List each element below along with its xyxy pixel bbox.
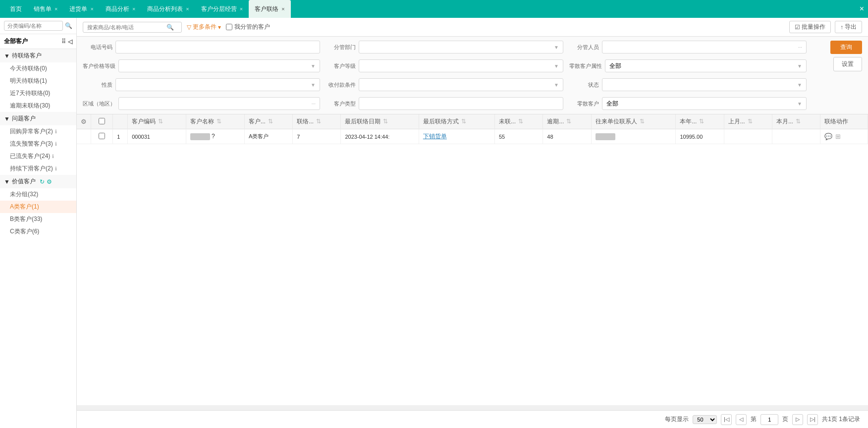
sidebar-item-week[interactable]: 近7天待联络(0) [0,87,76,100]
payment-label: 收付款条件 [326,81,356,89]
region-input[interactable]: ··· [118,97,320,110]
nav-tab-purchase[interactable]: 进货单 × [63,0,99,18]
last-page-button[interactable]: ▷| [807,414,818,425]
th-code[interactable]: 客户编码 ⇅ [128,114,186,129]
batch-op-button[interactable]: ☑ 批量操作 [789,21,831,33]
th-name[interactable]: 客户名称 ⇅ [186,114,245,129]
filter-action-col: 查询 设置 [813,41,862,71]
dept-select[interactable]: ▼ [359,41,563,54]
retail-attr-select[interactable]: 全部 ▼ [605,59,807,72]
sidebar-section-pending[interactable]: ▼ 待联络客户 [0,49,76,62]
customer-grade-select[interactable]: ▼ [359,59,563,72]
per-page-select[interactable]: 50 10 20 100 [693,415,717,424]
customer-table: ⚙ 客户编码 ⇅ 客户名称 ⇅ [77,114,868,144]
region-label: 区域（地区） [83,100,115,107]
status-select[interactable]: ▼ [602,78,807,91]
th-this-month[interactable]: 本月... ⇅ [772,114,820,129]
td-checkbox[interactable] [91,129,113,144]
nav-tab-product-analysis[interactable]: 商品分析 × [100,0,141,18]
sidebar-item-tomorrow[interactable]: 明天待联络(1) [0,75,76,87]
table-area: ⚙ 客户编码 ⇅ 客户名称 ⇅ [77,114,868,405]
th-category[interactable]: 客户... ⇅ [244,114,292,129]
nav-tab-home[interactable]: 首页 [4,0,28,18]
pagination: 每页显示 50 10 20 100 |◁ ◁ 第 页 ▷ ▷| 共1页 1条记录 [77,410,868,428]
problem-section-label: 问题客户 [12,114,36,123]
value-settings-icon[interactable]: ⚙ [47,178,52,185]
nav-tab-sales[interactable]: 销售单 × [28,0,63,18]
chat-action-icon[interactable]: 💬 [824,133,832,140]
th-last-method[interactable]: 最后联络方式 ⇅ [419,114,494,129]
table-checkbox-header[interactable] [91,114,113,129]
sidebar-item-unclassified[interactable]: 未分组(32) [0,188,76,201]
next-page-button[interactable]: ▷ [792,414,803,425]
my-customers-checkbox-label[interactable]: 我分管的客户 [226,23,270,31]
sidebar-item-declining[interactable]: 持续下滑客户(2) ℹ [0,162,76,175]
sidebar-item-c-class[interactable]: C类客户(6) [0,225,76,238]
close-product-list-tab[interactable]: × [186,6,189,12]
first-page-button[interactable]: |◁ [721,414,732,425]
sidebar-item-lost-risk[interactable]: 流失预警客户(3) ℹ [0,138,76,150]
table-gear-header[interactable]: ⚙ [77,114,91,129]
export-button[interactable]: ↑ 导出 [835,21,862,33]
th-contact[interactable]: 联络... ⇅ [293,114,341,129]
my-customers-checkbox[interactable] [226,24,232,30]
sidebar-item-repeat[interactable]: 回购异常客户(2) ℹ [0,125,76,138]
sidebar-search-input[interactable] [4,21,63,31]
close-customer-segment-tab[interactable]: × [240,6,243,12]
customer-type-input[interactable] [359,97,563,110]
settings-button[interactable]: 设置 [833,57,862,71]
filter-search-input[interactable] [87,24,166,30]
sidebar-item-lost[interactable]: 已流失客户(24) ℹ [0,150,76,162]
horizontal-scrollbar[interactable] [77,405,868,410]
nav-tab-product-list[interactable]: 商品分析列表 × [141,0,195,18]
filter-search-icon[interactable]: 🔍 [166,24,174,31]
th-last-date[interactable]: 最后联络日期 ⇅ [341,114,419,129]
td-this-year: 10995.00 [676,129,724,144]
th-contacts[interactable]: 往来单位联系人 ⇅ [591,114,676,129]
select-all-checkbox[interactable] [99,118,105,124]
lost-risk-info-icon: ℹ [55,141,57,147]
sidebar-all-customers-header[interactable]: 全部客户 ⠿ ◁ [0,34,76,49]
app-close-button[interactable]: × [860,4,864,13]
th-no-contact[interactable]: 未联... ⇅ [495,114,543,129]
price-grade-select[interactable]: ▼ [118,59,320,72]
close-product-analysis-tab[interactable]: × [132,6,135,12]
total-records: 共1页 1条记录 [822,415,860,424]
sidebar-item-today[interactable]: 今天待联络(0) [0,62,76,75]
sidebar-item-overdue[interactable]: 逾期未联络(30) [0,100,76,112]
sidebar-item-b-class[interactable]: B类客户(33) [0,213,76,225]
prev-page-button[interactable]: ◁ [736,414,747,425]
th-overdue[interactable]: 逾期... ⇅ [543,114,591,129]
filter-price-grade: 客户价格等级 ▼ [83,59,320,72]
payment-select[interactable]: ▼ [359,78,563,91]
th-this-year[interactable]: 本年... ⇅ [676,114,724,129]
sidebar-section-problem[interactable]: ▼ 问题客户 [0,112,76,125]
td-last-method[interactable]: 下销货单 [419,129,494,144]
value-refresh-icon[interactable]: ↻ [40,178,45,185]
th-last-month[interactable]: 上月... ⇅ [724,114,772,129]
sidebar-search-icon[interactable]: 🔍 [65,22,72,29]
td-last-month [724,129,772,144]
row-checkbox[interactable] [99,133,105,139]
nature-label: 性质 [83,81,112,89]
nav-tab-customer-contact[interactable]: 客户联络 × [249,0,290,18]
close-sales-tab[interactable]: × [54,6,57,12]
page-input[interactable] [760,414,778,425]
grid-action-icon[interactable]: ⊞ [835,133,841,140]
td-overdue: 48 [543,129,591,144]
sidebar-section-value[interactable]: ▼ 价值客户 ↻ ⚙ [0,175,76,188]
person-input[interactable]: ··· [602,41,807,54]
nav-tab-customer-segment[interactable]: 客户分层经营 × [195,0,249,18]
phone-input[interactable] [115,41,320,54]
nature-select[interactable]: ▼ [115,78,320,91]
sidebar-collapse-icon[interactable]: ◁ [68,38,72,45]
retail-customer-select[interactable]: 全部 ▼ [602,97,807,110]
close-customer-contact-tab[interactable]: × [281,6,284,12]
name-suffix: ? [212,133,215,140]
close-purchase-tab[interactable]: × [90,6,93,12]
td-no-contact: 55 [495,129,543,144]
sidebar-item-a-class[interactable]: A类客户(1) [0,201,76,213]
more-filters-button[interactable]: ▽ 更多条件 ▾ [187,23,221,31]
query-button[interactable]: 查询 [830,41,862,54]
last-method-link[interactable]: 下销货单 [423,133,447,140]
